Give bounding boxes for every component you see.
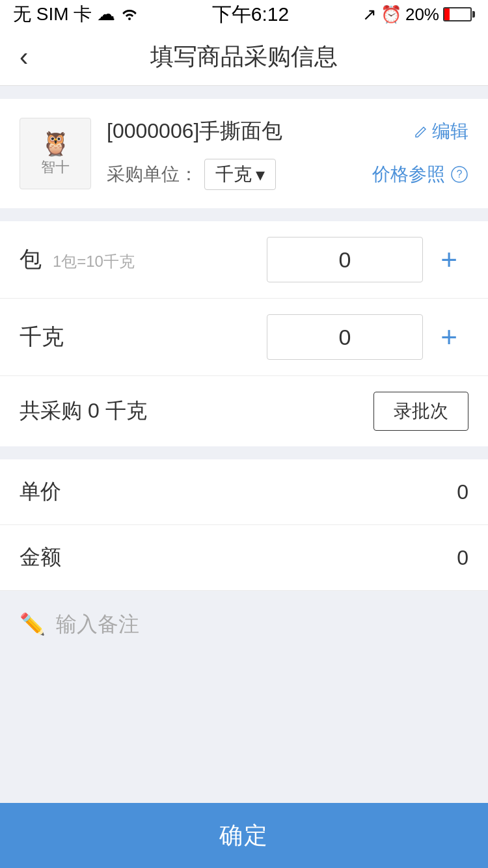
price-ref-button[interactable]: 价格参照 ? xyxy=(372,162,468,187)
section-divider-3 xyxy=(0,446,488,459)
bag-quantity-input[interactable]: 0 xyxy=(267,237,423,282)
bag-input-row: 包 1包=10千克 0 + xyxy=(0,221,488,299)
alarm-icon: ⏰ xyxy=(381,5,401,25)
amount-label: 金额 xyxy=(20,543,61,572)
unit-row: 采购单位： 千克 ▾ 价格参照 ? xyxy=(107,159,468,190)
kg-input-row: 千克 0 + xyxy=(0,299,488,376)
status-left: 无 SIM 卡 ☁ xyxy=(13,2,139,27)
kg-quantity-input[interactable]: 0 xyxy=(267,314,423,360)
status-bar: 无 SIM 卡 ☁ 下午6:12 ↗ ⏰ 20% xyxy=(0,0,488,29)
product-name-row: [0000006]手撕面包 编辑 xyxy=(107,117,468,146)
unit-select[interactable]: 千克 ▾ xyxy=(204,159,276,190)
summary-row: 共采购 0 千克 录批次 xyxy=(0,376,488,446)
svg-text:?: ? xyxy=(457,169,463,180)
notes-section[interactable]: ✏️ 输入备注 xyxy=(0,591,488,721)
bag-label: 包 1包=10千克 xyxy=(20,245,137,275)
product-info: [0000006]手撕面包 编辑 采购单位： 千克 ▾ 价格参照 ? xyxy=(107,117,468,190)
kg-increment-button[interactable]: + xyxy=(429,314,468,360)
product-card: 🦉 智十 [0000006]手撕面包 编辑 采购单位： 千克 ▾ 价格参照 ? xyxy=(0,99,488,208)
product-name: [0000006]手撕面包 xyxy=(107,117,282,146)
section-divider-2 xyxy=(0,208,488,221)
confirm-button[interactable]: 确定 xyxy=(0,803,488,868)
unit-price-label: 单价 xyxy=(20,478,61,506)
batch-button[interactable]: 录批次 xyxy=(373,392,468,431)
sim-status: 无 SIM 卡 ☁ xyxy=(13,2,115,27)
pencil-icon: ✏️ xyxy=(20,612,46,636)
product-brand-text: 智十 xyxy=(41,157,70,177)
unit-price-value: 0 xyxy=(457,480,468,504)
amount-row: 金额 0 xyxy=(0,525,488,591)
status-right: ↗ ⏰ 20% xyxy=(362,5,475,25)
back-button[interactable]: ‹ xyxy=(20,42,41,72)
battery-icon xyxy=(443,7,475,21)
product-image: 🦉 智十 xyxy=(20,118,91,189)
wifi-icon xyxy=(120,4,139,25)
notes-placeholder-text: 输入备注 xyxy=(56,610,139,639)
price-section: 单价 0 金额 0 xyxy=(0,459,488,591)
kg-label: 千克 xyxy=(20,322,137,352)
section-divider-1 xyxy=(0,86,488,99)
dropdown-icon: ▾ xyxy=(256,164,265,185)
status-time: 下午6:12 xyxy=(212,1,289,28)
edit-button[interactable]: 编辑 xyxy=(414,119,468,144)
summary-text: 共采购 0 千克 xyxy=(20,397,147,426)
page-title: 填写商品采购信息 xyxy=(150,41,338,73)
product-logo-icon: 🦉 xyxy=(41,130,70,157)
amount-value: 0 xyxy=(457,546,468,570)
battery-percent: 20% xyxy=(405,5,439,25)
location-icon: ↗ xyxy=(362,5,377,25)
bag-increment-button[interactable]: + xyxy=(429,237,468,282)
input-section: 包 1包=10千克 0 + 千克 0 + xyxy=(0,221,488,376)
unit-label: 采购单位： xyxy=(107,162,198,187)
unit-price-row: 单价 0 xyxy=(0,459,488,525)
nav-bar: ‹ 填写商品采购信息 xyxy=(0,29,488,86)
